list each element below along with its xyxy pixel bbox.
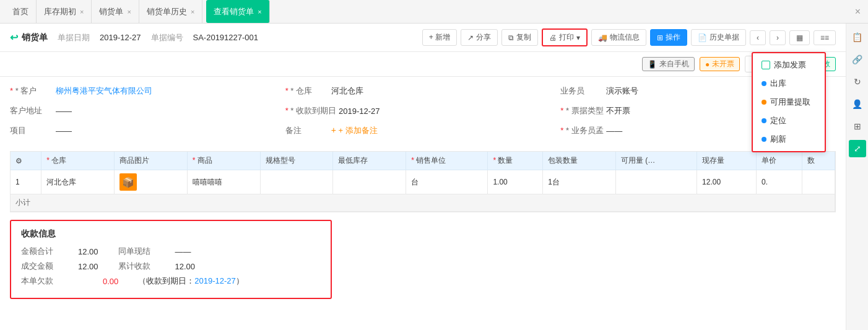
form-area: * 客户 柳州粤港平安气体有限公司 * 仓库 河北仓库 业务员 演示账号 客户地… (0, 77, 846, 151)
due-date-note: （收款到期日：2019-12-27） (138, 276, 244, 287)
logistics-button[interactable]: 🚚 物流信息 (591, 29, 646, 46)
print-icon: 🖨 (549, 33, 557, 42)
cell-product-name: 嘻嘻嘻嘻 (187, 170, 260, 194)
cell-available (615, 170, 697, 194)
same-bill-value: —— (175, 247, 191, 256)
note-add-button[interactable]: + + 添加备注 (329, 124, 380, 137)
history-label: 历史单据 (710, 32, 739, 43)
same-bill-label: 同单现结 (118, 246, 155, 257)
project-value: —— (53, 125, 74, 137)
print-button[interactable]: 🖨 打印 ▾ (542, 28, 588, 46)
form-row-1: * 客户 柳州粤港平安气体有限公司 * 仓库 河北仓库 业务员 演示账号 (10, 84, 836, 98)
available-qty-icon (762, 100, 766, 105)
customer-label: * 客户 (10, 85, 53, 97)
subtotal-label: 小计 (11, 194, 835, 212)
col-product: * 商品 (187, 152, 260, 170)
add-invoice-icon (762, 61, 770, 69)
list-view-button[interactable]: ≡≡ (814, 30, 836, 45)
copy-button[interactable]: ⧉ 复制 (501, 29, 538, 46)
tab-history-label: 销货单历史 (147, 6, 187, 17)
not-open-button[interactable]: ● 未开票 (700, 57, 740, 71)
cell-warehouse: 河北仓库 (41, 170, 115, 194)
sidebar-table-icon[interactable]: ⊞ (849, 118, 866, 135)
nav-next-button[interactable]: › (770, 30, 786, 45)
col-qty: * 数量 (488, 152, 543, 170)
cumulative-value: 12.00 (175, 262, 196, 271)
operations-icon: ⊞ (657, 33, 663, 42)
new-button[interactable]: + 新增 (422, 29, 457, 46)
share-button[interactable]: ↗ 分享 (461, 29, 498, 46)
col-available: 可用量 (… (615, 152, 697, 170)
tab-sales-close[interactable]: × (127, 8, 131, 15)
refresh-item[interactable]: 刷新 (753, 130, 825, 149)
amount-label: 金额合计 (21, 246, 58, 257)
cell-spec (260, 170, 333, 194)
locate-label: 定位 (770, 115, 786, 126)
note-label: 备注 (285, 125, 329, 136)
share-label: 分享 (476, 32, 491, 43)
refresh-label: 刷新 (770, 134, 786, 145)
product-table: ⚙ * 仓库 商品图片 * 商品 规格型号 最低库存 * 销售单位 * 数量 包… (10, 151, 836, 212)
current-due-value: 0.00 (103, 277, 118, 286)
grid-view-button[interactable]: ▦ (789, 30, 810, 45)
table-row: 1 河北仓库 📦 嘻嘻嘻嘻 台 1.00 1台 12.00 0. (11, 170, 835, 194)
subtotal-text: 小计 (15, 198, 30, 207)
warehouse-label: * 仓库 (285, 85, 329, 97)
available-qty-label: 可用量提取 (770, 97, 810, 108)
outbound-icon (762, 81, 766, 86)
sidebar-user-icon[interactable]: 👤 (849, 95, 866, 113)
available-qty-item[interactable]: 可用量提取 (753, 93, 825, 111)
tab-inventory-init[interactable]: 库存期初 × (37, 0, 92, 23)
tab-sales-label: 销货单 (99, 6, 123, 17)
logistics-label: 物流信息 (610, 32, 640, 43)
cell-product-img: 📦 (115, 170, 188, 194)
sidebar-rotate-icon[interactable]: ↻ (849, 73, 866, 90)
cumulative-label: 累计收款 (118, 261, 155, 272)
from-phone-button[interactable]: 📱 来自手机 (642, 57, 695, 71)
window-close-button[interactable]: × (855, 6, 861, 17)
warehouse-value: 河北仓库 (329, 84, 366, 98)
customer-field: * 客户 柳州粤港平安气体有限公司 (10, 84, 285, 98)
doc-meta: 单据日期 2019-12-27 单据编号 SA-20191227-001 (58, 32, 412, 43)
cell-unit-price: 0. (757, 170, 802, 194)
copy-icon: ⧉ (508, 33, 514, 42)
customer-value[interactable]: 柳州粤港平安气体有限公司 (53, 84, 155, 98)
cell-pack-qty: 1台 (543, 170, 616, 194)
outbound-item[interactable]: 出库 (753, 74, 825, 93)
tab-home[interactable]: 首页 (5, 0, 37, 23)
col-settings[interactable]: ⚙ (11, 152, 41, 170)
operations-dropdown: 添加发票 出库 可用量提取 定位 (752, 52, 826, 152)
sidebar-link-icon[interactable]: 🔗 (849, 51, 866, 68)
payment-row-3: 本单欠款 0.00 （收款到期日：2019-12-27） (21, 276, 321, 287)
grid-view-icon: ▦ (796, 33, 803, 42)
locate-item[interactable]: 定位 (753, 111, 825, 130)
subtotal-row: 小计 (11, 194, 835, 212)
tab-sales-history[interactable]: 销货单历史 × (139, 0, 202, 23)
tab-inventory-close[interactable]: × (80, 8, 84, 15)
note-add-label: + 添加备注 (338, 126, 377, 135)
amount-value: 12.00 (78, 247, 98, 256)
tab-history-close[interactable]: × (191, 8, 194, 15)
tab-view-sales-close[interactable]: × (258, 8, 261, 15)
operator-label: 业务员 (560, 85, 604, 97)
logistics-icon: 🚚 (598, 33, 607, 42)
number-label: 单据编号 (151, 32, 183, 43)
tab-sales-order[interactable]: 销货单 × (92, 0, 139, 23)
cell-unit: 台 (406, 170, 488, 194)
operations-button[interactable]: ⊞ 操作 (650, 29, 687, 46)
sidebar-info-icon[interactable]: 📋 (849, 28, 866, 46)
history-button[interactable]: 📄 历史单据 (691, 29, 746, 46)
tab-view-sales[interactable]: 查看销货单 × (206, 0, 269, 23)
due-date-note-date: 2019-12-27 (194, 276, 236, 285)
date-value: 2019-12-27 (100, 33, 141, 42)
project-field: 项目 —— (10, 125, 285, 137)
doc-type-icon: ↩ (10, 32, 18, 43)
from-phone-label: 来自手机 (659, 59, 689, 69)
add-invoice-item[interactable]: 添加发票 (753, 56, 825, 74)
col-unit-price: 单价 (757, 152, 802, 170)
payment-info-title: 收款信息 (21, 228, 321, 240)
ticket-value: 不开票 (604, 104, 633, 118)
due-date-value: 2019-12-27 (336, 105, 383, 117)
sidebar-expand-icon[interactable]: ⤢ (849, 140, 866, 157)
nav-prev-button[interactable]: ‹ (750, 30, 766, 45)
